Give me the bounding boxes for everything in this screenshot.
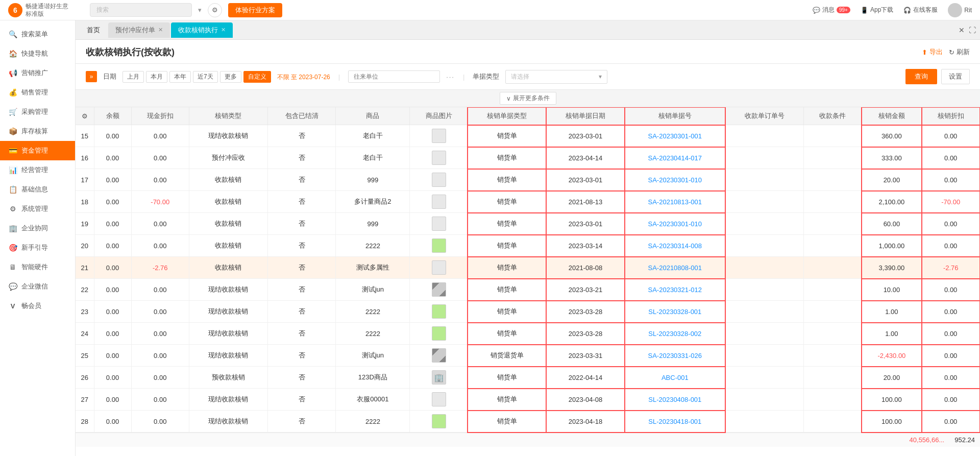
bill-no-link[interactable]: SA-20230301-010: [648, 220, 702, 228]
app-download-btn[interactable]: 📱 App下载: [861, 6, 893, 14]
sidebar-item-smart-hardware[interactable]: 🖥 智能硬件: [0, 257, 75, 277]
page-content: 收款核销执行(按收款) ⬆ 导出 ↻ 刷新 »: [76, 40, 980, 456]
industry-solution-button[interactable]: 体验行业方案: [228, 3, 282, 17]
sidebar-item-wechat[interactable]: 💬 企业微信: [0, 277, 75, 296]
cell-bill-no: SA-20210808-001: [625, 257, 725, 279]
cell-order-no: [725, 169, 804, 191]
sidebar-item-enterprise[interactable]: 🏢 企业协同: [0, 219, 75, 238]
period-btn-7days[interactable]: 近7天: [193, 71, 218, 83]
cell-bill-type: 销货单: [468, 125, 546, 147]
cell-row-num: 20: [76, 235, 94, 257]
cell-order-no: [725, 411, 804, 433]
table-row: 18 0.00 -70.00 收款核销 否 多计量商品2 销货单 2021-08…: [76, 191, 980, 213]
sidebar-item-search-menu[interactable]: 🔍 搜索菜单: [0, 25, 75, 44]
cell-bill-type: 销货退货单: [468, 345, 546, 367]
setting-button[interactable]: 设置: [941, 69, 970, 84]
sidebar-item-quick-nav[interactable]: 🏠 快捷导航: [0, 44, 75, 63]
sidebar-item-business[interactable]: 📊 经营管理: [0, 160, 75, 180]
bill-no-link[interactable]: SA-20210813-001: [648, 198, 702, 206]
sidebar-item-capital[interactable]: 💳 资金管理: [0, 141, 75, 160]
online-service-btn[interactable]: 🎧 在线客服: [903, 6, 938, 14]
logo-text: 畅捷通谐好生意 标准版: [26, 3, 68, 17]
bill-no-link[interactable]: SA-20230331-026: [648, 352, 702, 359]
period-btn-more[interactable]: 更多: [220, 71, 241, 83]
col-product: 商品: [336, 107, 410, 125]
expand-more-button[interactable]: ∨ 展开更多条件: [500, 92, 556, 105]
sidebar-item-member[interactable]: V 畅会员: [0, 296, 75, 316]
tab-actions: ✕ ⛶: [959, 26, 976, 34]
cell-product-img: [410, 389, 468, 411]
export-button[interactable]: ⬆ 导出: [922, 47, 943, 57]
bill-no-link[interactable]: SA-20230314-008: [648, 242, 702, 250]
cell-order-no: [725, 389, 804, 411]
message-icon-btn[interactable]: 💬 消息 99+: [813, 6, 850, 14]
sidebar-item-beginner[interactable]: 🎯 新手引导: [0, 238, 75, 257]
sidebar-item-purchase[interactable]: 🛒 采购管理: [0, 102, 75, 122]
sidebar-item-base-info[interactable]: 📋 基础信息: [0, 180, 75, 199]
tab-prepay[interactable]: 预付冲应付单 ✕: [108, 22, 170, 38]
settings-icon[interactable]: ⚙: [208, 3, 222, 17]
bill-no-link[interactable]: SA-20230301-010: [648, 176, 702, 184]
cell-order-no: [725, 147, 804, 169]
sidebar-item-sales[interactable]: 💰 销售管理: [0, 83, 75, 102]
bill-no-link[interactable]: SL-20230328-001: [648, 308, 701, 316]
table-row: 15 0.00 0.00 现结收款核销 否 老白干 销货单 2023-03-01…: [76, 125, 980, 147]
period-btn-last-month[interactable]: 上月: [122, 71, 144, 83]
bill-no-link[interactable]: ABC-001: [662, 374, 689, 381]
refresh-button[interactable]: ↻ 刷新: [949, 47, 970, 57]
period-btn-this-year[interactable]: 本年: [169, 71, 191, 83]
dropdown-arrow-icon[interactable]: ▾: [198, 6, 202, 14]
cell-writeoff-discount: 0.00: [922, 147, 980, 169]
tab-close-writeoff[interactable]: ✕: [221, 27, 226, 33]
chevron-down-small-icon: ∨: [506, 95, 511, 102]
cell-writeoff-discount: 0.00: [922, 301, 980, 323]
close-tab-button[interactable]: ✕: [959, 26, 965, 34]
cell-cash-discount: -70.00: [131, 191, 189, 213]
top-bar: 6 畅捷通谐好生意 标准版 搜索 ▾ ⚙ 体验行业方案 💬 消息 99+ 📱 A…: [0, 0, 980, 20]
cell-product-img: [410, 411, 468, 433]
bill-no-link[interactable]: SA-20210808-001: [648, 264, 702, 272]
bill-no-link[interactable]: SL-20230328-002: [648, 330, 701, 338]
bill-no-link[interactable]: SA-20230301-001: [648, 132, 702, 140]
cell-cash-discount: -2.76: [131, 257, 189, 279]
maximize-button[interactable]: ⛶: [969, 26, 976, 34]
col-bill-no: 核销单据号: [625, 107, 725, 125]
date-range: 不限 至 2023-07-26: [277, 73, 330, 82]
cell-balance: 0.00: [94, 323, 131, 345]
sidebar-item-marketing[interactable]: 📢 营销推广: [0, 63, 75, 83]
bill-no-link[interactable]: SA-20230414-017: [648, 154, 702, 162]
period-btn-custom[interactable]: 自定义: [243, 71, 271, 83]
cell-bill-date: 2021-08-08: [546, 257, 625, 279]
cell-cash-discount: 0.00: [131, 367, 189, 389]
bill-no-link[interactable]: SL-20230408-001: [648, 396, 701, 403]
col-bill-type: 核销单据类型: [468, 107, 546, 125]
member-icon: V: [8, 301, 17, 310]
table-row: 28 0.00 0.00 现结收款核销 否 2222 销货单 2023-04-1…: [76, 411, 980, 433]
cell-bill-no: SL-20230328-001: [625, 301, 725, 323]
cell-writeoff-type: 收款核销: [189, 257, 267, 279]
cell-cash-discount: 0.00: [131, 169, 189, 191]
cell-writeoff-type: 收款核销: [189, 191, 267, 213]
tab-home[interactable]: 首页: [80, 22, 107, 38]
tab-writeoff[interactable]: 收款核销执行 ✕: [171, 22, 233, 38]
user-menu[interactable]: Rit: [948, 3, 972, 17]
counterpart-input[interactable]: [348, 70, 440, 83]
sidebar-item-system[interactable]: ⚙ 系统管理: [0, 199, 75, 219]
period-btn-this-month[interactable]: 本月: [146, 71, 167, 83]
cell-writeoff-discount: 0.00: [922, 213, 980, 235]
cell-order-no: [725, 345, 804, 367]
tab-close-prepay[interactable]: ✕: [158, 27, 163, 33]
refresh-icon: ↻: [949, 49, 954, 56]
cell-bill-type: 销货单: [468, 213, 546, 235]
table-row: 26 0.00 0.00 预收款核销 否 123D商品 🏢 销货单 2022-0…: [76, 367, 980, 389]
table-gear-icon[interactable]: ⚙: [82, 112, 88, 120]
sidebar-item-inventory[interactable]: 📦 库存核算: [0, 122, 75, 141]
cell-cash-discount: 0.00: [131, 213, 189, 235]
expand-filter-button[interactable]: »: [86, 71, 97, 82]
bill-no-link[interactable]: SA-20230321-012: [648, 286, 702, 294]
bill-no-link[interactable]: SL-20230418-001: [648, 418, 701, 425]
cell-includes-settled: 否: [267, 191, 336, 213]
query-button[interactable]: 查询: [905, 69, 937, 84]
bill-type-select[interactable]: 请选择 ▾: [505, 70, 607, 84]
cell-cash-discount: 0.00: [131, 125, 189, 147]
